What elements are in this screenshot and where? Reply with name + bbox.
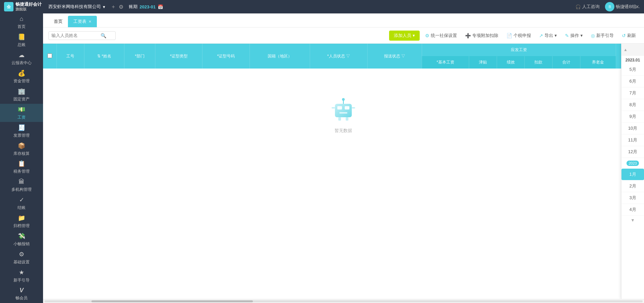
sidebar-item-invoice[interactable]: 🧾 发票管理 xyxy=(0,122,43,140)
search-input[interactable] xyxy=(51,33,99,38)
date-month-1[interactable]: 1月 xyxy=(621,169,644,180)
social-setting-label: 统一社保设置 xyxy=(431,33,457,39)
th-nationality: 国籍（地区） xyxy=(250,44,310,69)
tab-salary[interactable]: 工资表 ✕ xyxy=(68,16,97,27)
date-panel-down-arrow[interactable]: ▼ xyxy=(621,216,644,225)
select-all-checkbox[interactable] xyxy=(47,53,52,58)
sidebar-item-archive[interactable]: 📁 归档管理 xyxy=(0,213,43,231)
date-month-12[interactable]: 12月 xyxy=(621,146,644,158)
window-controls: ⤢ ✕ xyxy=(617,0,644,13)
expense-icon: 💸 xyxy=(18,232,25,240)
refresh-btn[interactable]: ↺ 刷新 xyxy=(619,31,639,40)
personal-tax-icon: 📄 xyxy=(506,33,512,38)
company-selector[interactable]: 西安虾米网络科技有限公司 ▾ xyxy=(48,4,105,10)
date-month-8[interactable]: 8月 xyxy=(621,99,644,111)
sort-icon: ⇅ xyxy=(97,54,101,58)
th-payroll-group: 应发工资 xyxy=(422,44,616,56)
sidebar-item-asset[interactable]: 🏢 固定资产 xyxy=(0,86,43,104)
sidebar-item-expense[interactable]: 💸 小畅报销 xyxy=(0,231,43,249)
toolbar-right: 添加人员 ▾ ⚙ 统一社保设置 ➕ 专项附加扣除 📄 个税申报 xyxy=(389,31,639,41)
add-company-btn[interactable]: ＋ xyxy=(111,3,116,10)
sidebar-item-settle[interactable]: ✓ 结账 xyxy=(0,194,43,213)
sidebar-item-settings[interactable]: ⚙ 基础设置 xyxy=(0,249,43,267)
personal-tax-btn[interactable]: 📄 个税申报 xyxy=(504,31,534,40)
settings-sidebar-icon: ⚙ xyxy=(19,251,24,258)
empty-state-row: 暂无数据 xyxy=(43,69,644,161)
svg-point-5 xyxy=(342,98,345,101)
app-logo: 会 畅捷通好会计 旗舰版 xyxy=(4,2,42,12)
logo-icon: 会 xyxy=(4,2,13,11)
date-month-10[interactable]: 10月 xyxy=(621,123,644,134)
date-month-3[interactable]: 3月 xyxy=(621,192,644,204)
empty-state: 暂无数据 xyxy=(43,69,644,161)
add-person-button[interactable]: 添加人员 ▾ xyxy=(389,31,420,41)
sidebar-item-inventory[interactable]: 📦 库存核算 xyxy=(0,140,43,158)
export-icon: ↗ xyxy=(539,33,543,38)
th-performance: 绩效 xyxy=(497,56,525,69)
sidebar-item-ledger[interactable]: 📒 总账 xyxy=(0,32,43,50)
empty-text: 暂无数据 xyxy=(335,128,352,134)
invoice-icon: 🧾 xyxy=(18,124,25,131)
person-status-filter-icon[interactable]: ▽ xyxy=(346,54,350,58)
sidebar-item-fund[interactable]: 💰 资金管理 xyxy=(0,68,43,86)
cloud-icon: ☁ xyxy=(18,51,25,59)
close-btn[interactable]: ✕ xyxy=(631,0,644,13)
operations-dropdown-icon: ▾ xyxy=(580,33,583,38)
date-month-11[interactable]: 11月 xyxy=(621,134,644,146)
date-month-2[interactable]: 2月 xyxy=(621,180,644,192)
fund-icon: 💰 xyxy=(18,70,25,77)
period-display: 账期 2023-01 📅 xyxy=(129,4,163,10)
operations-icon: ✎ xyxy=(565,33,569,38)
sidebar-item-guide[interactable]: ★ 新手引导 xyxy=(0,267,43,285)
tab-home[interactable]: 首页 xyxy=(48,16,68,27)
sidebar-item-member[interactable]: V 畅会员 xyxy=(0,285,43,303)
operations-btn[interactable]: ✎ 操作 ▾ xyxy=(562,31,585,40)
empty-illustration xyxy=(330,95,357,122)
social-setting-btn[interactable]: ⚙ 统一社保设置 xyxy=(422,31,460,40)
salary-icon: 💵 xyxy=(18,106,25,113)
export-btn[interactable]: ↗ 导出 ▾ xyxy=(536,31,560,40)
maximize-btn[interactable]: ⤢ xyxy=(617,0,631,13)
special-deduct-btn[interactable]: ➕ 专项附加扣除 xyxy=(462,31,501,40)
date-panel-header: ▲ xyxy=(621,44,644,56)
settings-btn[interactable]: ⚙ xyxy=(119,4,123,10)
human-service-btn[interactable]: 🎧 人工咨询 xyxy=(575,4,600,10)
date-month-6[interactable]: 6月 xyxy=(621,76,644,87)
date-panel: ▲ 2023.01 5月 6月 7月 8月 xyxy=(621,44,644,299)
svg-rect-7 xyxy=(352,107,355,109)
app-container: 会 畅捷通好会计 旗舰版 西安虾米网络科技有限公司 ▾ ＋ ⚙ 账期 2023-… xyxy=(0,0,644,303)
guide-toolbar-btn[interactable]: ◎ 新手引导 xyxy=(588,31,616,40)
app-edition: 旗舰版 xyxy=(15,7,42,12)
date-month-9[interactable]: 9月 xyxy=(621,111,644,123)
maximize-icon: ⤢ xyxy=(622,4,626,9)
th-name: ⇅ *姓名 xyxy=(84,44,124,69)
th-total: 合计 xyxy=(552,56,580,69)
sidebar-item-home[interactable]: ⌂ 首页 xyxy=(0,13,43,32)
sidebar-item-salary[interactable]: 💵 工资 xyxy=(0,104,43,122)
svg-rect-2 xyxy=(345,106,349,110)
date-panel-up-arrow[interactable]: ▲ xyxy=(623,47,628,52)
member-icon: V xyxy=(20,287,24,294)
th-pension: 养老金 xyxy=(580,56,616,69)
ledger-icon: 📒 xyxy=(18,33,25,41)
sidebar-item-cloud-report[interactable]: ☁ 云报表中心 xyxy=(0,50,43,68)
date-month-4[interactable]: 4月 xyxy=(621,204,644,216)
year-badge-container: 2023 xyxy=(621,158,644,169)
th-department: *部门 xyxy=(124,44,155,69)
svg-rect-1 xyxy=(337,106,342,110)
sidebar-item-multi-org[interactable]: 🏛 多机构管理 xyxy=(0,176,43,194)
special-deduct-icon: ➕ xyxy=(465,33,471,38)
th-deduction: 扣款 xyxy=(525,56,553,69)
sidebar-item-tax[interactable]: 📋 税务管理 xyxy=(0,158,43,176)
report-status-filter-icon[interactable]: ▽ xyxy=(401,54,405,58)
calendar-icon[interactable]: 📅 xyxy=(158,4,163,9)
scrollbar-thumb[interactable] xyxy=(91,300,253,302)
refresh-label: 刷新 xyxy=(627,33,636,39)
archive-icon: 📁 xyxy=(18,214,25,222)
date-month-7[interactable]: 7月 xyxy=(621,87,644,99)
date-month-5[interactable]: 5月 xyxy=(621,64,644,76)
th-base-salary: *基本工资 xyxy=(422,56,469,69)
table-container: 工号 ⇅ *姓名 *部门 *证型类型 *证型号码 国籍（地区） *人员状态 ▽ xyxy=(43,44,644,299)
headset-icon: 🎧 xyxy=(575,4,581,9)
tab-close-icon[interactable]: ✕ xyxy=(88,19,91,24)
